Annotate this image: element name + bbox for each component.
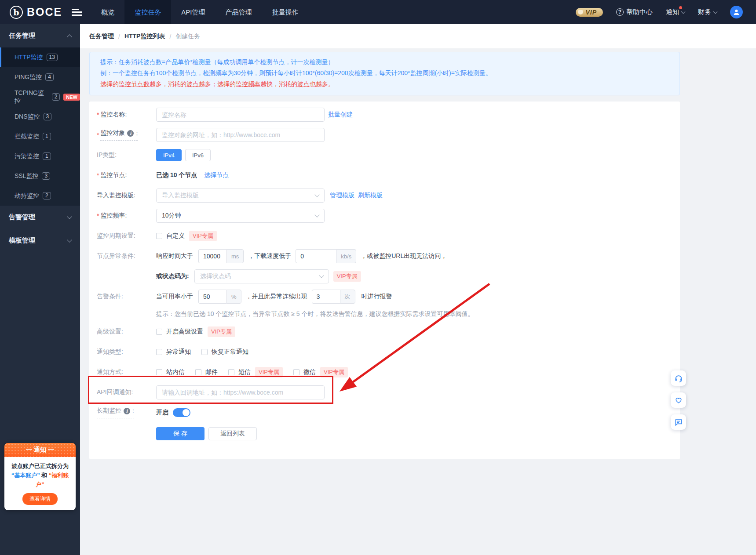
sidebar-item-intercept-monitor[interactable]: 拦截监控 1 [0,127,80,146]
vip-badge: VIP专属 [189,231,217,241]
advanced-settings-checkbox[interactable] [156,329,162,335]
monitor-frequency-label: * 监控频率: [97,212,156,220]
breadcrumb-create-task: 创建任务 [175,33,200,40]
notifications-menu[interactable]: 通知 [666,8,685,16]
label-text-wrap: 监控对象 i : [100,129,138,141]
status-code-select[interactable]: 选择状态码 [194,269,329,283]
email-text: 邮件 [205,368,218,376]
avatar[interactable] [730,6,743,18]
promo-details-button[interactable]: 查看详情 [22,493,58,505]
selected-nodes-text: 已选 10 个节点 [156,171,197,179]
monitor-target-label: * 监控对象 i : [97,129,156,141]
recovery-notify-checkbox[interactable] [201,349,208,355]
sidebar-item-ssl-monitor[interactable]: SSL监控 3 [0,166,80,186]
manage-template-link[interactable]: 管理模版 [330,192,354,200]
api-callback-input[interactable] [156,385,325,399]
ipv6-button[interactable]: IPv6 [185,149,211,161]
select-nodes-link[interactable]: 选择节点 [204,171,229,179]
info-icon[interactable]: i [124,408,130,414]
download-speed-text: ，下载速度低于 [248,252,291,260]
abnormal-notify-text: 异常通知 [166,348,191,356]
help-center-link[interactable]: ? 帮助中心 [616,8,653,16]
sidebar-item-http-monitor[interactable]: HTTP监控 13 [0,47,80,67]
response-time-input[interactable] [198,249,226,263]
info-icon[interactable]: i [127,130,134,137]
back-to-list-button[interactable]: 返回列表 [208,427,257,440]
availability-text: 当可用率小于 [156,293,193,301]
sidebar-item-hijack-monitor[interactable]: 劫持监控 2 [0,186,80,206]
promo-line2: “基本账户” 和 “福利账户” [7,471,73,489]
headset-icon [674,374,683,383]
notice-line3-underlined: 监控节点数 [119,80,150,87]
sidebar-section-template-management[interactable]: 模板管理 [0,229,80,252]
notifications-label: 通知 [666,8,679,15]
message-button[interactable] [671,414,686,430]
nav-item-api-management[interactable]: API管理 [171,0,215,24]
email-checkbox[interactable] [195,369,201,375]
import-template-label: 导入监控模版: [97,192,156,200]
nav-item-overview[interactable]: 概览 [91,0,124,24]
save-button[interactable]: 保 存 [156,427,205,440]
availability-input[interactable] [198,290,226,304]
customer-service-button[interactable] [671,370,686,386]
label-text: 监控节点: [100,171,127,179]
refresh-template-link[interactable]: 刷新模版 [358,192,383,200]
notice-line3-part: 越多，消耗的 [150,80,186,87]
nav-item-product-management[interactable]: 产品管理 [215,0,262,24]
api-callback-label: API回调通知: [97,388,156,396]
required-asterisk: * [97,111,99,118]
breadcrumb-task-management[interactable]: 任务管理 [89,33,114,40]
form-row-alert-condition: 告警条件: 当可用率小于 % ，并且此异常连续出现 次 时进行报警 [97,290,680,304]
sidebar-section-label: 任务管理 [9,32,35,40]
vip-badge[interactable]: VIP [576,8,603,17]
feedback-button[interactable] [671,392,686,408]
breadcrumb-http-list[interactable]: HTTP监控列表 [124,33,165,40]
sidebar-submenu: HTTP监控 13 PING监控 4 TCPING监控 2 NEW DNS监控 … [0,47,80,206]
ipv4-button[interactable]: IPv4 [156,149,182,161]
monitor-target-input[interactable] [156,128,325,142]
template-select[interactable]: 导入监控模版 [156,189,325,203]
finance-menu[interactable]: 财务 [698,8,717,16]
count-badge: 1 [43,152,51,160]
sidebar-item-pollution-monitor[interactable]: 污染监控 1 [0,146,80,166]
download-speed-input[interactable] [296,249,336,263]
form-row-notify-method: 通知方式: 站内信 邮件 短信 VIP专属 微信 VIP专属 [97,365,680,379]
count-badge: 4 [45,73,54,81]
sidebar-section-alert-management[interactable]: 告警管理 [0,206,80,229]
wechat-checkbox[interactable] [293,369,299,375]
count-badge: 3 [42,172,50,180]
content: 提示：任务消耗波点数=产品单价*检测量（每成功调用单个检测节点，计一次检测量） … [80,48,756,459]
custom-cycle-checkbox[interactable] [156,233,162,239]
batch-create-link[interactable]: 批量创建 [328,111,353,119]
site-message-checkbox[interactable] [156,369,162,375]
alert-tip-text: 提示：您当前已选 10 个监控节点，当异常节点数 ≥ 5 个时，将发送告警信息，… [156,310,474,318]
longterm-toggle[interactable] [173,408,190,417]
create-task-form: * 监控名称: 批量创建 * 监控对象 i : [89,102,680,459]
sidebar-section-task-management[interactable]: 任务管理 [0,24,80,47]
sidebar-item-tcping-monitor[interactable]: TCPING监控 2 NEW [0,87,80,107]
chevron-down-icon [314,212,319,217]
label-colon: : [136,130,138,137]
required-asterisk: * [97,172,99,179]
notice-line3-part: 选择的 [100,80,119,87]
sidebar-item-dns-monitor[interactable]: DNS监控 3 [0,107,80,127]
abnormal-notify-checkbox[interactable] [156,349,162,355]
breadcrumb-separator: / [118,33,120,40]
times-unit: 次 [340,290,355,304]
vip-badge: VIP专属 [255,367,283,377]
nav-item-monitor-tasks[interactable]: 监控任务 [124,0,171,24]
menu-collapse-icon[interactable] [72,9,82,16]
notice-line3-part: 越快，消耗的 [260,80,297,87]
floating-action-bar [671,370,686,430]
promo-card: 一 通知 一 波点账户已正式拆分为 “基本账户” 和 “福利账户” 查看详情 [4,443,76,510]
consecutive-count-input[interactable] [312,290,340,304]
sidebar-item-ping-monitor[interactable]: PING监控 4 [0,67,80,87]
notice-line3-part: 也越多。 [310,80,334,87]
frequency-select[interactable]: 10分钟 [156,209,325,223]
template-select-placeholder: 导入监控模版 [162,192,199,200]
promo-basic-account: “基本账户” [11,472,40,479]
sms-checkbox[interactable] [228,369,234,375]
nav-item-batch-operations[interactable]: 批量操作 [262,0,308,24]
boce-logo[interactable]: b BOCE [0,6,69,19]
monitor-name-input[interactable] [156,108,325,122]
